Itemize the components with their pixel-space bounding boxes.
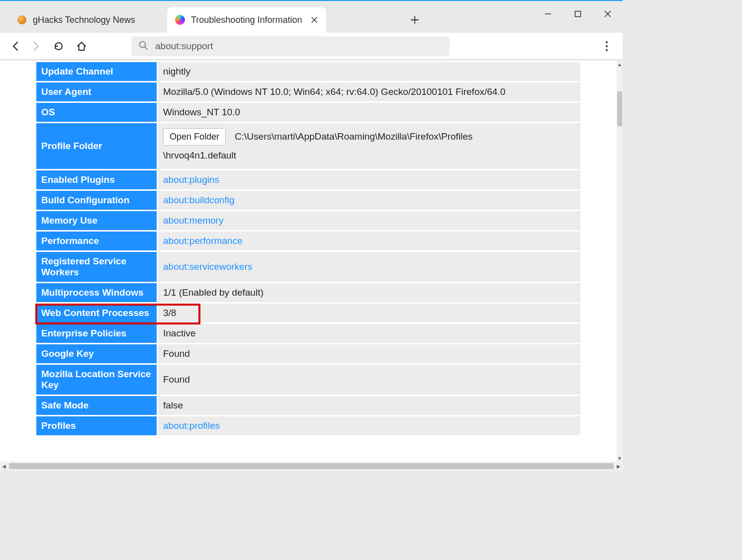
toolbar [0,33,623,60]
svg-rect-0 [575,11,581,17]
maximize-button[interactable] [563,2,593,25]
row-value: about:profiles [158,416,580,435]
about-link[interactable]: about:buildconfig [163,195,235,205]
row-label: Build Configuration [36,191,157,210]
support-info-table: Update ChannelnightlyUser AgentMozilla/5… [35,61,582,437]
table-row: Build Configurationabout:buildconfig [36,191,580,210]
table-row: Performanceabout:performance [36,232,580,250]
scroll-left-icon[interactable]: ◀ [0,464,8,469]
about-link[interactable]: about:memory [163,215,223,226]
row-label: Profile Folder [36,123,157,169]
row-value: Open FolderC:\Users\marti\AppData\Roamin… [158,123,580,169]
svg-point-2 [606,41,608,43]
svg-point-1 [140,41,146,47]
firefox-nightly-icon [175,15,185,25]
scroll-thumb[interactable] [9,463,614,469]
home-button[interactable] [72,36,92,56]
back-button[interactable] [6,36,26,56]
minimize-button[interactable] [533,2,563,25]
url-bar[interactable] [131,36,450,56]
ghacks-favicon [17,15,27,25]
row-value: 3/8 [158,304,580,322]
row-label: Enterprise Policies [36,324,157,343]
row-label: Web Content Processes [36,304,157,322]
table-row: Profile FolderOpen FolderC:\Users\marti\… [36,123,580,169]
profile-path: \hrvoq4n1.default [163,150,236,160]
row-label: Memory Use [36,211,157,230]
row-label: Profiles [36,416,157,435]
row-value: about:serviceworkers [158,252,580,282]
row-label: OS [36,103,157,122]
scroll-up-icon[interactable]: ▲ [617,61,623,68]
table-row: User AgentMozilla/5.0 (Windows NT 10.0; … [36,82,580,101]
about-link[interactable]: about:serviceworkers [163,261,253,272]
scroll-down-icon[interactable]: ▼ [617,455,623,462]
reload-button[interactable] [49,36,69,56]
url-input[interactable] [155,41,443,52]
row-value: false [158,396,580,415]
row-label: Mozilla Location Service Key [36,365,157,395]
profile-path: C:\Users\marti\AppData\Roaming\Mozilla\F… [235,131,472,142]
row-value: 1/1 (Enabled by default) [158,283,580,302]
svg-point-4 [606,49,608,51]
page-content: Update ChannelnightlyUser AgentMozilla/5… [0,61,617,462]
table-row: Safe Modefalse [36,396,580,415]
tab-title: Troubleshooting Information [191,15,304,25]
titlebar: gHacks Technology News Troubleshooting I… [0,1,623,33]
row-label: User Agent [36,82,157,101]
close-window-button[interactable] [593,2,623,25]
row-label: Safe Mode [36,396,157,415]
search-icon [138,40,148,52]
window-controls [533,1,623,27]
row-value: Found [158,344,580,363]
about-link[interactable]: about:plugins [163,174,219,185]
row-label: Registered Service Workers [36,252,157,282]
row-value: nightly [158,62,580,81]
row-label: Performance [36,232,157,250]
tab-troubleshooting[interactable]: Troubleshooting Information [167,7,326,33]
row-label: Enabled Plugins [36,170,157,189]
row-value: about:buildconfig [158,191,580,210]
table-row: Update Channelnightly [36,62,580,81]
table-row: Registered Service Workersabout:servicew… [36,252,580,282]
about-link[interactable]: about:profiles [163,420,220,431]
table-row: Google KeyFound [36,344,580,363]
table-row: OSWindows_NT 10.0 [36,103,580,122]
table-row: Memory Useabout:memory [36,211,580,230]
open-folder-button[interactable]: Open Folder [163,128,226,146]
row-label: Multiprocess Windows [36,283,157,302]
table-row: Profilesabout:profiles [36,416,580,435]
row-value: Mozilla/5.0 (Windows NT 10.0; Win64; x64… [158,82,580,101]
forward-button[interactable] [26,36,46,56]
table-row: Enterprise PoliciesInactive [36,324,580,343]
row-value: Found [158,365,580,395]
row-value: Windows_NT 10.0 [158,103,580,122]
scroll-right-icon[interactable]: ▶ [615,464,623,469]
svg-point-3 [606,45,608,47]
table-row: Enabled Pluginsabout:plugins [36,170,580,189]
table-row: Web Content Processes3/8 [36,304,580,322]
table-row: Multiprocess Windows1/1 (Enabled by defa… [36,283,580,302]
table-row: Mozilla Location Service KeyFound [36,365,580,395]
vertical-scrollbar[interactable]: ▲ ▼ [617,61,623,462]
close-tab-button[interactable] [309,15,319,25]
row-label: Google Key [36,344,157,363]
tab-title: gHacks Technology News [33,15,156,25]
overflow-menu-button[interactable] [597,36,617,56]
new-tab-button[interactable] [406,11,424,29]
scroll-thumb[interactable] [617,91,622,126]
row-label: Update Channel [36,62,157,81]
row-value: about:plugins [158,170,580,189]
row-value: about:memory [158,211,580,230]
tab-ghacks[interactable]: gHacks Technology News [9,7,163,33]
row-value: about:performance [158,232,580,250]
row-value: Inactive [158,324,580,343]
about-link[interactable]: about:performance [163,236,243,246]
horizontal-scrollbar[interactable]: ◀ ▶ [0,462,623,471]
